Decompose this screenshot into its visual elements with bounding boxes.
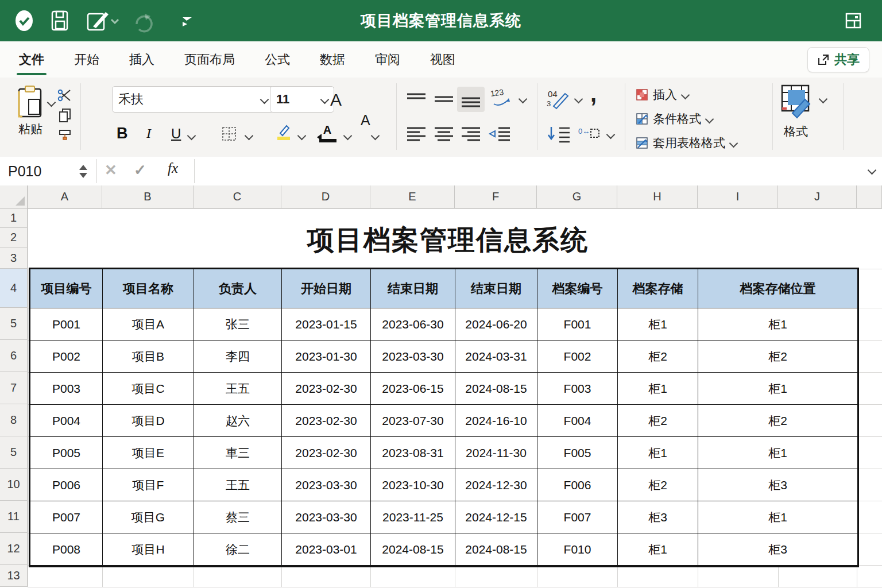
table-cell[interactable]: 2023-02-30 (282, 373, 371, 405)
table-header-cell[interactable]: 项目编号 (30, 269, 103, 308)
table-cell[interactable]: 项目B (103, 341, 194, 373)
select-all-corner[interactable] (0, 185, 28, 208)
table-cell[interactable]: F006 (537, 469, 618, 501)
row-header[interactable]: 8 (0, 404, 28, 436)
table-cell[interactable]: P005 (30, 437, 103, 469)
table-cell[interactable]: 2024-08-15 (455, 533, 537, 566)
table-cell[interactable]: 2023-06-15 (371, 373, 455, 405)
column-header[interactable]: C (194, 185, 281, 208)
table-cell[interactable]: 徐二 (194, 533, 282, 566)
table-cell[interactable]: 柜3 (618, 501, 698, 533)
table-cell[interactable]: 2023-01-30 (282, 341, 371, 373)
table-cell[interactable]: F007 (537, 501, 618, 533)
table-cell[interactable]: 2023-01-15 (282, 308, 371, 341)
table-cell[interactable]: 2023-02-30 (282, 437, 371, 469)
table-cell[interactable]: 项目C (103, 373, 194, 405)
table-cell[interactable]: 项目A (103, 308, 194, 341)
table-cell[interactable]: 2023-02-30 (282, 405, 371, 437)
table-cell[interactable]: 柜1 (618, 437, 698, 469)
column-header[interactable] (857, 185, 882, 208)
table-header-cell[interactable]: 档案存储位置 (698, 269, 857, 308)
table-cell[interactable]: 2024-12-15 (455, 501, 537, 533)
table-header-cell[interactable]: 结束日期 (455, 269, 537, 308)
table-cell[interactable]: 项目F (103, 469, 194, 501)
table-cell[interactable]: 2023-07-30 (371, 405, 455, 437)
row-header[interactable]: 3 (0, 247, 28, 269)
table-cell[interactable]: 柜1 (698, 437, 857, 469)
table-cell[interactable]: F002 (537, 341, 618, 373)
column-header[interactable]: B (102, 185, 194, 208)
column-header[interactable]: F (455, 185, 537, 208)
table-cell[interactable]: 2023-03-30 (282, 501, 371, 533)
table-cell[interactable]: F001 (537, 308, 618, 341)
table-cell[interactable]: 2024-08-15 (455, 373, 537, 405)
table-cell[interactable]: 柜2 (698, 405, 857, 437)
column-header[interactable]: H (617, 185, 698, 208)
table-cell[interactable]: 2024-11-30 (455, 437, 537, 469)
column-header[interactable]: G (537, 185, 617, 208)
table-header-cell[interactable]: 项目名称 (103, 269, 194, 308)
table-cell[interactable]: P004 (30, 405, 103, 437)
table-cell[interactable]: P008 (30, 533, 103, 566)
table-cell[interactable]: 王五 (194, 469, 282, 501)
row-header[interactable]: 5 (0, 436, 28, 469)
table-header-cell[interactable]: 档案存储 (618, 269, 698, 308)
table-cell[interactable]: 柜1 (698, 373, 857, 405)
table-cell[interactable]: 2023-03-30 (371, 341, 455, 373)
table-cell[interactable]: 2023-10-30 (371, 469, 455, 501)
table-cell[interactable]: P006 (30, 469, 103, 501)
table-cell[interactable]: 柜3 (698, 469, 857, 501)
table-cell[interactable]: P001 (30, 308, 103, 341)
table-cell[interactable]: F005 (537, 437, 618, 469)
table-cell[interactable]: 2024-08-15 (371, 533, 455, 566)
table-cell[interactable]: 赵六 (194, 405, 282, 437)
row-header[interactable]: 11 (0, 501, 28, 533)
table-cell[interactable]: 柜1 (618, 373, 698, 405)
row-header[interactable]: 2 (0, 228, 28, 247)
table-cell[interactable]: 柜2 (618, 405, 698, 437)
table-cell[interactable]: 柜3 (698, 533, 857, 566)
table-header-cell[interactable]: 负责人 (194, 269, 282, 308)
row-header[interactable]: 12 (0, 533, 28, 565)
row-header[interactable]: 10 (0, 469, 28, 501)
column-header[interactable]: I (698, 185, 778, 208)
table-cell[interactable]: P003 (30, 373, 103, 405)
table-cell[interactable]: 2023-03-30 (282, 469, 371, 501)
table-cell[interactable]: 项目H (103, 533, 194, 566)
row-header[interactable]: 13 (0, 565, 28, 587)
table-cell[interactable]: 柜1 (618, 308, 698, 341)
table-cell[interactable]: 2023-06-30 (371, 308, 455, 341)
table-cell[interactable]: 柜1 (698, 308, 857, 341)
table-header-cell[interactable]: 开始日期 (282, 269, 371, 308)
row-header[interactable]: 6 (0, 340, 28, 372)
column-header[interactable]: D (281, 185, 370, 208)
table-cell[interactable]: 蔡三 (194, 501, 282, 533)
table-cell[interactable]: 2024-16-10 (455, 405, 537, 437)
table-cell[interactable]: 柜2 (618, 341, 698, 373)
row-header[interactable]: 5 (0, 308, 28, 340)
row-header[interactable]: 1 (0, 208, 28, 228)
table-cell[interactable]: 2023-03-01 (282, 533, 371, 566)
column-header[interactable]: J (778, 185, 857, 208)
table-cell[interactable]: 项目D (103, 405, 194, 437)
row-header[interactable]: 4 (0, 269, 28, 308)
table-cell[interactable]: 車三 (194, 437, 282, 469)
table-cell[interactable]: 柜1 (618, 533, 698, 566)
table-cell[interactable]: P007 (30, 501, 103, 533)
table-header-cell[interactable]: 结束日期 (371, 269, 455, 308)
column-header[interactable]: A (28, 185, 102, 208)
table-cell[interactable]: 柜2 (698, 341, 857, 373)
table-cell[interactable]: F003 (537, 373, 618, 405)
table-cell[interactable]: 王五 (194, 373, 282, 405)
table-cell[interactable]: 项目G (103, 501, 194, 533)
row-header[interactable]: 7 (0, 372, 28, 404)
table-cell[interactable]: 项目E (103, 437, 194, 469)
table-cell[interactable]: F010 (537, 533, 618, 566)
table-cell[interactable]: 柜2 (618, 469, 698, 501)
table-cell[interactable]: 2023-08-31 (371, 437, 455, 469)
table-cell[interactable]: F004 (537, 405, 618, 437)
column-header[interactable]: E (370, 185, 455, 208)
table-cell[interactable]: P002 (30, 341, 103, 373)
table-cell[interactable]: 张三 (194, 308, 282, 341)
table-cell[interactable]: 2024-12-30 (455, 469, 537, 501)
